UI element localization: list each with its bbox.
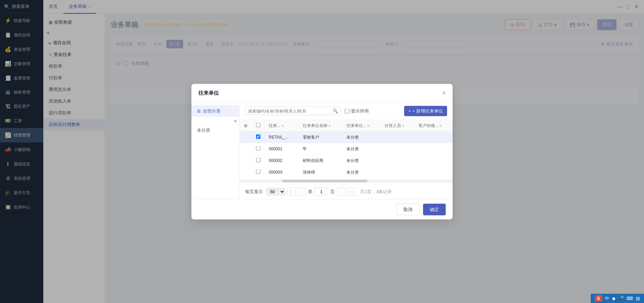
row-checkbox[interactable]	[256, 170, 260, 174]
statusbar: S 中 ◆ 🎤 ⌨ ▤	[591, 294, 644, 303]
sort-icon: ⇅	[281, 124, 284, 127]
partner-search-box[interactable]: 🔍	[245, 107, 341, 115]
modal-sidebar: ⊞ 全部分类 ◀ 未分类	[191, 102, 240, 199]
confirm-button[interactable]: 确定	[423, 203, 446, 215]
per-page-label: 每页显示	[245, 188, 263, 195]
modal-sidebar-unclassified[interactable]: 未分类	[191, 124, 239, 136]
modal-header: 往来单位 ×	[191, 84, 453, 102]
modal-sidebar-collapse[interactable]: ◀	[191, 117, 239, 124]
row-code-cell: 000003	[265, 166, 299, 178]
menu-icon[interactable]: ▤	[636, 296, 640, 301]
table-row[interactable]: 000003 张帅得 未分类	[240, 166, 453, 178]
row-manager-cell	[380, 166, 414, 178]
row-code-cell: 000001	[265, 143, 299, 155]
settings-icon-table: ⚙	[244, 123, 248, 128]
grid-icon-modal: ⊞	[197, 108, 201, 114]
logo: S	[595, 295, 602, 302]
partner-search-input[interactable]	[248, 108, 331, 113]
row-checkbox-cell[interactable]	[252, 131, 265, 143]
row-settings-cell	[240, 155, 252, 166]
row-price-cell	[414, 166, 453, 178]
row-checkbox[interactable]	[256, 135, 260, 139]
new-partner-btn[interactable]: + + 新增往来单位	[404, 106, 447, 116]
search-icon-modal: 🔍	[333, 108, 338, 114]
modal-title: 往来单位	[198, 90, 219, 96]
modal-table: ⚙ 往来...⇅ 往来单位名称⇅	[240, 120, 453, 178]
input-method-label[interactable]: 中	[605, 295, 609, 302]
partner-modal: 往来单位 × ⊞ 全部分类 ◀ 未分类 🔍	[191, 84, 453, 219]
show-disabled-checkbox[interactable]	[345, 108, 349, 113]
row-price-cell	[414, 143, 453, 155]
show-disabled-group: 显示停用	[345, 108, 369, 114]
sort-icon-3: ⇅	[367, 124, 370, 127]
col-category-header: 往来单位...⇅	[342, 120, 380, 131]
modal-sidebar-all-label: 全部分类	[203, 108, 221, 114]
page-word: 第	[308, 188, 312, 195]
row-settings-cell	[240, 131, 252, 143]
col-checkbox-header[interactable]	[252, 120, 265, 131]
sort-icon-2: ⇅	[328, 124, 331, 127]
row-checkbox-cell[interactable]	[252, 166, 265, 178]
row-checkbox[interactable]	[256, 146, 260, 151]
show-disabled-label: 显示停用	[351, 108, 369, 114]
row-category-cell: 未分类	[342, 131, 380, 143]
last-page-btn[interactable]: ⟩⟩	[347, 187, 355, 196]
modal-scrollbar[interactable]	[240, 179, 453, 182]
row-name-cell: 零散客户	[299, 131, 343, 143]
row-name-cell: 甲	[299, 143, 343, 155]
modal-pagination: 每页显示 50 100 200 ⟨⟨ ‹ 第 页 › ⟩⟩ 共1页，4条记录	[240, 184, 453, 199]
table-row[interactable]: RETAIL_... 零散客户 未分类	[240, 131, 453, 143]
table-row[interactable]: 000001 甲 未分类	[240, 143, 453, 155]
new-partner-label: + 新增往来单位	[412, 108, 443, 114]
row-manager-cell	[380, 155, 414, 166]
row-code-cell: RETAIL_...	[265, 131, 299, 143]
row-name-cell: 张帅得	[299, 166, 343, 178]
select-all-modal[interactable]	[256, 123, 260, 127]
row-category-cell: 未分类	[342, 155, 380, 166]
scrollbar-thumb[interactable]	[282, 179, 367, 182]
col-settings-header[interactable]: ⚙	[240, 120, 252, 131]
page-label: 页	[330, 188, 335, 195]
page-total-text: 共1页，4条记录	[360, 188, 392, 195]
col-code-header: 往来...⇅	[265, 120, 299, 131]
row-manager-cell	[380, 131, 414, 143]
row-checkbox-cell[interactable]	[252, 143, 265, 155]
keyboard-icon[interactable]: ⌨	[626, 296, 633, 301]
sort-icon-5: ⇅	[439, 124, 442, 127]
per-page-select[interactable]: 50 100 200	[266, 188, 285, 195]
modal-main-content: 🔍 显示停用 + + 新增往来单位 ⚙	[240, 102, 453, 199]
row-checkbox[interactable]	[256, 158, 260, 162]
page-number-input[interactable]	[314, 187, 328, 196]
modal-sidebar-all[interactable]: ⊞ 全部分类	[191, 105, 239, 117]
modal-footer: 取消 确定	[191, 199, 453, 219]
row-checkbox-cell[interactable]	[252, 155, 265, 166]
modal-sidebar-sub-label: 未分类	[197, 127, 210, 133]
next-page-btn[interactable]: ›	[337, 187, 345, 196]
table-row[interactable]: 000002 材料供应商 未分类	[240, 155, 453, 166]
prev-page-btn[interactable]: ‹	[298, 187, 306, 196]
modal-close-icon[interactable]: ×	[442, 89, 446, 96]
row-price-cell	[414, 155, 453, 166]
table-header-row: ⚙ 往来...⇅ 往来单位名称⇅	[240, 120, 453, 131]
col-name-header: 往来单位名称⇅	[299, 120, 343, 131]
col-manager-header: 分管人员⇅	[380, 120, 414, 131]
row-manager-cell	[380, 143, 414, 155]
row-settings-cell	[240, 143, 252, 155]
sidebar-collapse-icon: ◀	[233, 118, 236, 123]
row-code-cell: 000002	[265, 155, 299, 166]
modal-body: ⊞ 全部分类 ◀ 未分类 🔍 显示停用	[191, 102, 453, 199]
first-page-btn[interactable]: ⟨⟨	[287, 187, 296, 196]
row-price-cell	[414, 131, 453, 143]
add-icon: +	[408, 108, 411, 114]
diamond-icon: ◆	[612, 296, 615, 301]
row-name-cell: 材料供应商	[299, 155, 343, 166]
sort-icon-4: ⇅	[402, 124, 404, 127]
col-price-header: 客户价格...⇅	[414, 120, 453, 131]
row-settings-cell	[240, 166, 252, 178]
mic-icon[interactable]: 🎤	[618, 296, 624, 301]
cancel-button[interactable]: 取消	[396, 203, 420, 215]
modal-toolbar: 🔍 显示停用 + + 新增往来单位	[240, 102, 453, 120]
row-category-cell: 未分类	[342, 166, 380, 178]
row-category-cell: 未分类	[342, 143, 380, 155]
